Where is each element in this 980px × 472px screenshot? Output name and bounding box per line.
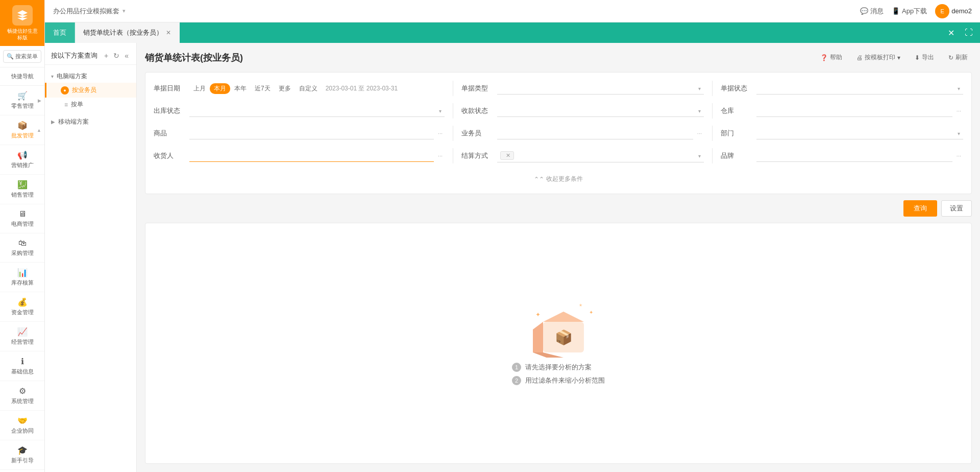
home-tab-label: 首页 [53, 28, 66, 37]
export-button[interactable]: ⬇ 导出 [911, 51, 938, 64]
sidebar-item-marketing[interactable]: 📢 营销推广 [0, 145, 44, 175]
inventory-icon: 📊 [17, 268, 28, 277]
payment-tag-close[interactable]: ✕ [506, 152, 510, 159]
sidebar-item-retail[interactable]: 🛒 零售管理 ▶ [0, 86, 44, 115]
tab-sales-stat[interactable]: 销货单统计表（按业务员） ✕ [75, 22, 180, 43]
date-tab-7days[interactable]: 近7天 [251, 83, 275, 94]
template-print-button[interactable]: 🖨 按模板打印 ▾ [852, 51, 904, 64]
sidebar-item-inventory[interactable]: 📊 库存核算 [0, 263, 44, 292]
sidebar-item-purchase[interactable]: 🛍 采购管理 [0, 233, 44, 263]
sidebar-item-operations[interactable]: 📈 经营管理 [0, 322, 44, 351]
scheme-by-staff[interactable]: ● 按业务员 [45, 83, 136, 98]
staff-more-icon[interactable]: ··· [695, 129, 704, 137]
sidebar-item-finance[interactable]: 💰 资金管理 [0, 292, 44, 322]
sidebar-item-ecommerce[interactable]: 🖥 电商管理 [0, 204, 44, 233]
receiver-input[interactable] [189, 150, 434, 162]
svg-text:✦: ✦ [535, 311, 541, 318]
basic-label: 基础信息 [11, 368, 34, 375]
collapse-icon: ⌃⌃ [534, 176, 544, 183]
dept-input[interactable] [756, 127, 963, 139]
scheme-by-order[interactable]: ≡ 按单 [45, 98, 136, 111]
goods-more-icon[interactable]: ··· [436, 129, 445, 137]
ecommerce-icon: 🖥 [18, 209, 27, 219]
doctype-input[interactable] [497, 82, 704, 95]
tab-close-all-button[interactable]: ✕ [945, 27, 958, 39]
action-buttons-row: 查询 设置 [145, 200, 972, 217]
sidebar-item-sales[interactable]: 💹 销售管理 [0, 175, 44, 204]
system-icon: ⚙ [19, 386, 26, 396]
receiver-more-icon[interactable]: ··· [436, 152, 445, 160]
tab-close-icon[interactable]: ✕ [166, 29, 171, 36]
goods-input[interactable] [189, 127, 434, 139]
sidebar-item-newbie[interactable]: 🎓 新手引导 [0, 440, 44, 470]
filter-payment-label: 结算方式 [461, 151, 497, 160]
date-tab-this-month[interactable]: 本月 [210, 83, 230, 94]
filter-brand-control: ··· [756, 150, 963, 162]
date-tab-custom[interactable]: 自定义 [295, 83, 322, 94]
warehouse-input[interactable] [756, 105, 952, 117]
date-tab-more[interactable]: 更多 [275, 83, 295, 94]
avatar-initials: E [941, 8, 944, 14]
message-button[interactable]: 💬 消息 [860, 7, 884, 16]
enterprise-icon: 🤝 [17, 416, 28, 426]
left-panel-header-actions: + ↻ « [103, 51, 130, 60]
filter-area: 单据日期 上月 本月 本年 近7天 更多 自定义 2023-03-01 至 20… [145, 72, 972, 194]
filter-row-1: 单据日期 上月 本月 本年 近7天 更多 自定义 2023-03-01 至 20… [154, 81, 963, 96]
basic-icon: ℹ [21, 357, 24, 366]
collapse-panel-button[interactable]: « [123, 51, 130, 60]
add-scheme-button[interactable]: + [103, 51, 110, 60]
filter-dept-item: 部门 [721, 127, 963, 139]
sidebar-item-system[interactable]: ⚙ 系统管理 [0, 381, 44, 411]
sidebar-item-basic[interactable]: ℹ 基础信息 [0, 351, 44, 381]
empty-illustration: 📦 ✦ ✦ ★ [528, 301, 589, 352]
sidebar-item-apps[interactable]: 📱 应用中心 [0, 470, 44, 472]
left-panel: 按以下方案查询 + ↻ « ▾ 电脑端方案 ● 按业务员 ≡ 按单 [45, 43, 137, 472]
brand-more-icon[interactable]: ··· [954, 152, 963, 160]
right-content: 销货单统计表(按业务员) ❓ 帮助 🖨 按模板打印 ▾ ⬇ 导出 [137, 43, 980, 472]
pc-section-label: 电脑端方案 [57, 72, 87, 81]
docstatus-input[interactable] [756, 82, 963, 95]
refresh-scheme-button[interactable]: ↻ [112, 51, 121, 60]
filter-divider-8 [712, 148, 713, 163]
search-menu-button[interactable]: 🔍 搜索菜单 [3, 50, 41, 63]
mobile-section-header[interactable]: ▶ 移动端方案 [45, 115, 136, 128]
main-area: 办公用品行业模拟账套 ▾ 💬 消息 📱 App下载 E demo2 首页 [45, 0, 980, 472]
filter-doctype-control [497, 82, 704, 95]
sidebar-item-wholesale[interactable]: 📦 批发管理 ▲ [0, 115, 44, 145]
empty-hint-1: 1 请先选择要分析的方案 [512, 363, 605, 372]
refresh-icon: ↻ [948, 54, 953, 61]
tab-home[interactable]: 首页 [45, 22, 75, 43]
staff-input[interactable] [497, 127, 693, 139]
refresh-button[interactable]: ↻ 刷新 [944, 51, 972, 64]
mobile-section: ▶ 移动端方案 [45, 113, 136, 130]
quick-nav-button[interactable]: 快捷导航 [0, 69, 44, 83]
collapse-label: 收起更多条件 [546, 175, 583, 183]
outbound-input[interactable] [189, 105, 445, 117]
query-button[interactable]: 查询 [903, 200, 937, 217]
warehouse-more-icon[interactable]: ··· [954, 107, 963, 115]
user-area[interactable]: E demo2 [935, 4, 972, 18]
filter-outbound-item: 出库状态 [154, 105, 445, 117]
collapse-more-button[interactable]: ⌃⌃ 收起更多条件 [534, 175, 583, 183]
retail-icon: 🛒 [17, 91, 28, 101]
topbar-arrow-icon: ▾ [122, 8, 126, 14]
filter-docstatus-item: 单据状态 [721, 82, 963, 95]
tab-expand-button[interactable]: ⛶ [962, 27, 976, 38]
collection-input[interactable] [497, 105, 704, 117]
app-download-button[interactable]: 📱 App下载 [892, 7, 927, 16]
page-header-actions: ❓ 帮助 🖨 按模板打印 ▾ ⬇ 导出 ↻ 刷新 [816, 51, 972, 64]
hint-text-2: 用过滤条件来缩小分析范围 [525, 376, 605, 385]
date-tab-this-year[interactable]: 本年 [230, 83, 251, 94]
left-panel-header: 按以下方案查询 + ↻ « [45, 47, 136, 65]
settings-button[interactable]: 设置 [941, 200, 972, 217]
sidebar-item-enterprise[interactable]: 🤝 企业协同 [0, 411, 44, 440]
refresh-label: 刷新 [955, 53, 968, 62]
date-tab-last-month[interactable]: 上月 [189, 83, 210, 94]
operations-icon: 📈 [17, 327, 28, 337]
brand-input[interactable] [756, 150, 952, 162]
filter-warehouse-item: 仓库 ··· [721, 105, 963, 117]
wholesale-arrow: ▲ [37, 128, 41, 133]
pc-section-header[interactable]: ▾ 电脑端方案 [45, 70, 136, 83]
filter-row-4: 收货人 ··· 结算方式 ✕ [154, 148, 963, 163]
help-button[interactable]: ❓ 帮助 [816, 51, 846, 64]
